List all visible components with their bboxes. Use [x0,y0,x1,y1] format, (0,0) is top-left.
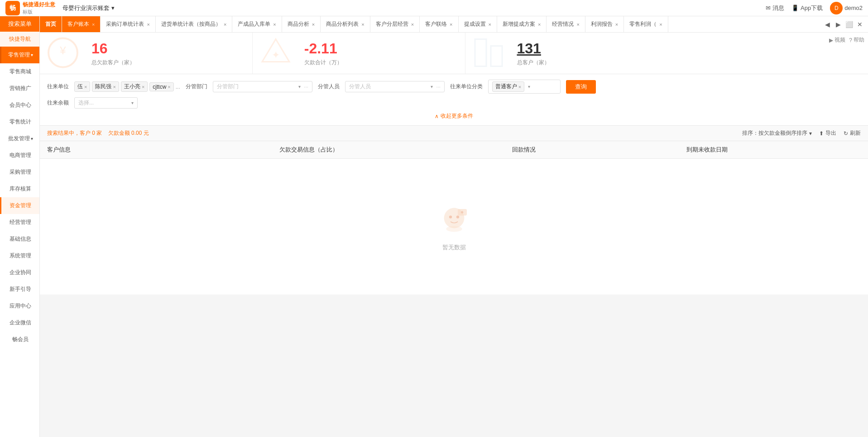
table-header: 客户信息 欠款交易信息（占比） 回款情况 到期未收款日期 [40,141,868,159]
stats-row: ¥ 16 总欠款客户（家） ✦ -2.11 欠款合计（万） [40,33,868,74]
svg-text:✦: ✦ [272,49,280,61]
col-customer-info: 客户信息 [47,146,279,154]
tab-product-inbound[interactable]: 产成品入库单 × [232,16,282,33]
sidebar-item-marketing[interactable]: 营销推广 [0,80,39,97]
tab-bar: 首页 客户账本 × 采购订单统计表 × 进货单统计表（按商品） × 产成品入库单… [40,16,868,33]
refresh-btn[interactable]: ↻ 刷新 [844,129,861,137]
header-right: ✉ 消息 📱 App下载 D demo2 [766,2,863,14]
sidebar-item-system[interactable]: 系统管理 [0,247,39,264]
tab-tips-settings[interactable]: 提成设置 × [459,16,497,33]
sort-label[interactable]: 排序：按欠款金额倒序排序 ▾ [742,129,812,137]
dept-select[interactable]: 分管部门 ▾ ··· [213,81,312,92]
person-clear-btn[interactable]: ··· [436,84,441,90]
remove-tag-wu[interactable]: × [84,84,87,90]
sidebar-item-operations[interactable]: 经营管理 [0,214,39,231]
tab-close-retail-profit[interactable]: × [659,22,662,27]
content-area: 首页 客户账本 × 采购订单统计表 × 进货单统计表（按商品） × 产成品入库单… [40,16,868,437]
balance-select[interactable]: 选择... ▾ [74,97,138,109]
sidebar: 搜索菜单 快捷导航 零售管理 ▾ 零售商城 营销推广 会员中心 零售统计 批发管… [0,16,40,437]
sidebar-item-newbie[interactable]: 新手引导 [0,281,39,298]
sidebar-item-wholesale[interactable]: 批发管理 ▾ [0,130,39,147]
unit-filter-tags: 伍 × 陈民强 × 王小亮 × cjttcw × [74,81,180,92]
filter-row-1: 往来单位 伍 × 陈民强 × 王小亮 × [47,80,861,94]
page-content: ¥ 16 总欠款客户（家） ✦ -2.11 欠款合计（万） [40,33,868,437]
sidebar-item-purchase[interactable]: 采购管理 [0,164,39,180]
remove-tag-cjttcw[interactable]: × [168,84,170,90]
tab-customer-contact[interactable]: 客户联络 × [420,16,458,33]
tab-close-goods-analysis[interactable]: × [312,22,315,27]
export-btn[interactable]: ⬆ 导出 [819,129,836,137]
tab-customer-segment[interactable]: 客户分层经营 × [370,16,420,33]
tab-close-operations-status[interactable]: × [576,22,579,27]
sidebar-item-ecommerce[interactable]: 电商管理 [0,147,39,164]
message-btn[interactable]: ✉ 消息 [766,4,784,12]
sidebar-item-retail-stats[interactable]: 零售统计 [0,114,39,130]
tab-close-tips-settings[interactable]: × [489,22,491,27]
tab-close-customer-account[interactable]: × [92,22,95,27]
query-button[interactable]: 查询 [566,80,596,94]
result-info: 搜索结果中，客户 0 家 欠款金额 0.00 元 [47,129,149,137]
video-btn[interactable]: ▶ 视频 [829,36,845,44]
tab-scroll-right[interactable]: ▶ [834,20,843,29]
person-select[interactable]: 分管人员 ▾ ··· [345,81,445,92]
tab-close-product-inbound[interactable]: × [273,22,276,27]
tab-close-new-tips[interactable]: × [538,22,541,27]
remove-tag-chenmq[interactable]: × [113,84,115,90]
tab-scroll-left[interactable]: ◀ [823,20,832,29]
remove-unit-type-tag[interactable]: × [518,84,521,90]
store-selector[interactable]: 母婴行业演示账套 ▾ [59,4,118,12]
sidebar-item-enterprise-wechat[interactable]: 企业微信 [0,314,39,331]
dept-filter-label: 分管部门 [186,83,207,90]
user-avatar[interactable]: D demo2 [830,2,863,14]
filter-more-btn[interactable]: ... [176,84,180,90]
filter-area: 往来单位 伍 × 陈民强 × 王小亮 × [40,74,868,126]
main-container: 搜索菜单 快捷导航 零售管理 ▾ 零售商城 营销推广 会员中心 零售统计 批发管… [0,16,868,437]
unit-filter-label: 往来单位 [47,83,69,90]
stat-bg-icon-2: ✦ [260,37,292,70]
dept-clear-btn[interactable]: ··· [304,84,308,90]
sidebar-item-app-center[interactable]: 应用中心 [0,298,39,314]
sidebar-item-vip-member[interactable]: 畅会员 [0,331,39,348]
tab-maximize[interactable]: ⬜ [844,20,854,29]
tab-customer-account[interactable]: 客户账本 × [62,16,101,33]
sidebar-item-members[interactable]: 会员中心 [0,97,39,114]
svg-rect-4 [475,39,486,66]
tab-operations-status[interactable]: 经营情况 × [547,16,585,33]
tab-close-all[interactable]: ✕ [855,20,864,29]
sidebar-item-retail-mall[interactable]: 零售商城 [0,63,39,80]
sidebar-quick-nav[interactable]: 快捷导航 [0,32,39,47]
tab-new-tips[interactable]: 新增提成方案 × [497,16,547,33]
stat-card-amount: ✦ -2.11 欠款合计（万） [253,33,465,74]
tab-retail-profit[interactable]: 零售利润（ × [624,16,668,33]
tab-close-customer-contact[interactable]: × [450,22,452,27]
app-download-btn[interactable]: 📱 App下载 [791,4,823,12]
logo-text: 畅捷通好生意 标版 [23,1,55,15]
tab-close-customer-segment[interactable]: × [411,22,414,27]
tab-purchase-stats[interactable]: 采购订单统计表 × [101,16,155,33]
person-filter-label: 分管人员 [318,83,340,90]
remove-tag-wangxl[interactable]: × [142,84,144,90]
dept-dropdown-arrow: ▾ [298,84,301,89]
tab-close-goods-analysis-list[interactable]: × [361,22,364,27]
sidebar-item-retail-mgmt[interactable]: 零售管理 ▾ [0,47,39,63]
unit-type-select[interactable]: 普通客户 × ▾ [488,80,561,94]
tab-close-inbound-stats[interactable]: × [224,22,226,27]
sidebar-item-basic-info[interactable]: 基础信息 [0,231,39,247]
sidebar-search[interactable]: 搜索菜单 [0,16,39,32]
table-body: 暂无数据 [40,159,868,294]
tab-close-profit-report[interactable]: × [615,22,618,27]
tab-home[interactable]: 首页 [40,16,62,33]
svg-point-9 [456,216,459,218]
collapse-btn[interactable]: ∧ 收起更多条件 [435,112,473,120]
sidebar-item-inventory[interactable]: 库存核算 [0,180,39,197]
tab-goods-analysis[interactable]: 商品分析 × [282,16,321,33]
svg-point-8 [449,216,451,218]
help-btn[interactable]: ? 帮助 [849,36,864,44]
sidebar-item-finance[interactable]: 资金管理 [0,197,39,214]
tab-inbound-stats[interactable]: 进货单统计表（按商品） × [156,16,232,33]
tab-goods-analysis-list[interactable]: 商品分析列表 × [321,16,370,33]
tab-close-purchase-stats[interactable]: × [147,22,149,27]
page-actions: ▶ 视频 ? 帮助 [829,36,864,44]
tab-profit-report[interactable]: 利润报告 × [585,16,624,33]
sidebar-item-enterprise[interactable]: 企业协同 [0,264,39,281]
